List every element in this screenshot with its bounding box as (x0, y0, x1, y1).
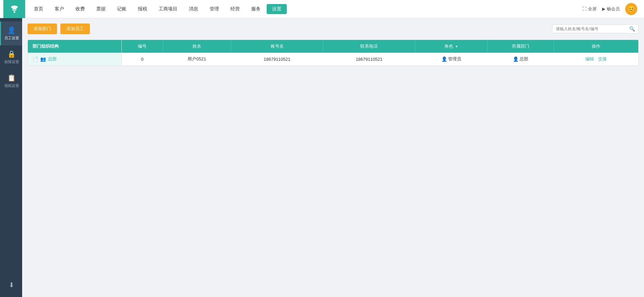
left-panel: 部门组织结构 📄 👥 总部 (28, 40, 122, 66)
sidebar-download-btn[interactable]: ⬇ (0, 276, 22, 294)
member-label: 畅会员 (607, 6, 620, 12)
cell-phone: 18679110521 (323, 53, 415, 66)
sidebar-label-employee: 员工设置 (4, 36, 19, 41)
role-text: 管理员 (448, 56, 461, 62)
table-layout: 部门组织结构 📄 👥 总部 编号 姓名 账号名 联系电话 (28, 40, 639, 66)
edit-link[interactable]: 编辑 (585, 56, 594, 61)
nav-message[interactable]: 消息 (183, 4, 204, 14)
cell-actions: 编辑 交接 (554, 53, 638, 66)
nav-customer[interactable]: 客户 (49, 4, 69, 14)
nav-business[interactable]: 工商项目 (153, 4, 183, 14)
right-panel: 编号 姓名 账号名 联系电话 角色 ▼ 所属部门 操作 (122, 40, 638, 66)
lock-icon: 🔒 (7, 50, 16, 58)
nav-fee[interactable]: 收费 (70, 4, 90, 14)
file-icon: 📄 (33, 56, 38, 62)
nav-invoice[interactable]: 票据 (91, 4, 111, 14)
sidebar-item-employee[interactable]: 👤 员工设置 (0, 21, 22, 45)
search-icon: 🔍 (629, 26, 635, 32)
add-employee-button[interactable]: 添加员工 (60, 23, 90, 34)
fullscreen-icon: ⛶ (582, 6, 587, 11)
cell-name: 用户0521 (163, 53, 231, 66)
nav-service[interactable]: 服务 (246, 4, 266, 14)
topbar-right: ⛶ 全屏 ▶ 畅会员 😊 (582, 3, 641, 15)
main-layout: 👤 员工设置 🔒 权限设置 📋 报税设置 ⬇ 添加部门 添加员工 🔍 (0, 18, 644, 297)
sidebar-label-permission: 权限设置 (4, 59, 19, 64)
dept-text: 总部 (520, 56, 528, 62)
col-role[interactable]: 角色 ▼ (415, 40, 487, 53)
sidebar-item-tax-settings[interactable]: 📋 报税设置 (0, 69, 22, 93)
content-area: 添加部门 添加员工 🔍 部门组织结构 📄 👥 总部 (22, 18, 644, 297)
nav-home[interactable]: 首页 (29, 4, 49, 14)
table-row: 0 用户0521 18679110521 18679110521 👤 管理员 (122, 53, 638, 66)
col-name: 姓名 (163, 40, 231, 53)
role-user-icon: 👤 (441, 56, 447, 62)
search-bar: 🔍 (552, 24, 639, 34)
user-avatar[interactable]: 😊 (625, 3, 637, 15)
dept-user-icon: 👥 (40, 56, 46, 62)
col-dept: 所属部门 (487, 40, 554, 53)
employee-icon: 👤 (7, 26, 16, 34)
table-body: 0 用户0521 18679110521 18679110521 👤 管理员 (122, 53, 638, 66)
fullscreen-btn[interactable]: ⛶ 全屏 (582, 6, 597, 12)
col-account: 账号名 (231, 40, 323, 53)
member-btn[interactable]: ▶ 畅会员 (602, 6, 620, 12)
fullscreen-label: 全屏 (588, 6, 597, 12)
download-icon: ⬇ (9, 281, 14, 289)
main-nav: 首页 客户 收费 票据 记账 报税 工商项目 消息 管理 经营 服务 设置 (29, 4, 582, 14)
sidebar-label-tax-settings: 报税设置 (4, 83, 19, 88)
col-phone: 联系电话 (323, 40, 415, 53)
nav-manage[interactable]: 管理 (204, 4, 224, 14)
topbar: 首页 客户 收费 票据 记账 报税 工商项目 消息 管理 经营 服务 设置 ⛶ … (0, 0, 644, 18)
role-badge: 👤 管理员 (441, 56, 461, 62)
cell-account: 18679110521 (231, 53, 323, 66)
search-button[interactable]: 🔍 (626, 24, 639, 34)
transfer-link[interactable]: 交接 (598, 56, 607, 61)
search-input[interactable] (552, 24, 626, 33)
nav-operation[interactable]: 经营 (225, 4, 245, 14)
col-action: 操作 (554, 40, 638, 53)
tax-settings-icon: 📋 (7, 74, 16, 82)
table-header-row: 编号 姓名 账号名 联系电话 角色 ▼ 所属部门 操作 (122, 40, 638, 53)
dept-name: 总部 (48, 56, 57, 62)
svg-point-0 (13, 11, 15, 13)
cell-id: 0 (122, 53, 163, 66)
nav-bookkeeping[interactable]: 记账 (112, 4, 132, 14)
sidebar-item-permission[interactable]: 🔒 权限设置 (0, 45, 22, 69)
dept-badge: 👤 总部 (513, 56, 528, 62)
toolbar: 添加部门 添加员工 🔍 (28, 23, 639, 34)
employee-table: 编号 姓名 账号名 联系电话 角色 ▼ 所属部门 操作 (122, 40, 638, 66)
add-dept-button[interactable]: 添加部门 (28, 23, 57, 34)
sidebar-bottom: ⬇ (0, 276, 22, 294)
dept-panel-header: 部门组织结构 (28, 40, 121, 53)
cell-role: 👤 管理员 (415, 53, 487, 66)
sidebar: 👤 员工设置 🔒 权限设置 📋 报税设置 ⬇ (0, 18, 22, 297)
logo (3, 0, 25, 18)
nav-tax[interactable]: 报税 (132, 4, 153, 14)
col-id: 编号 (122, 40, 163, 53)
dept-user-icon: 👤 (513, 56, 519, 62)
cell-dept: 👤 总部 (487, 53, 554, 66)
dept-item-general[interactable]: 📄 👥 总部 (28, 53, 121, 66)
video-icon: ▶ (602, 6, 605, 11)
nav-settings[interactable]: 设置 (267, 4, 287, 14)
sort-icon: ▼ (455, 45, 458, 48)
col-role-label: 角色 (444, 44, 453, 49)
